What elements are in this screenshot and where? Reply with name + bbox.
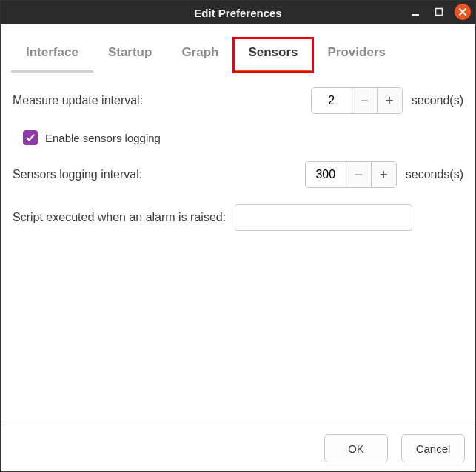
tab-providers[interactable]: Providers (313, 38, 400, 73)
measure-update-unit: second(s) (412, 94, 463, 107)
enable-logging-row: Enable sensors logging (13, 130, 463, 145)
ok-button[interactable]: OK (324, 434, 388, 462)
logging-interval-spin: − + (305, 161, 397, 188)
sensors-panel: Measure update interval: − + second(s) E… (1, 73, 475, 425)
tab-interface[interactable]: Interface (11, 38, 93, 73)
tab-bar: Interface Startup Graph Sensors Provider… (1, 24, 475, 73)
logging-interval-label: Sensors logging interval: (13, 168, 142, 181)
svg-rect-1 (436, 9, 443, 16)
enable-logging-checkbox[interactable] (23, 130, 38, 145)
enable-logging-label: Enable sensors logging (45, 132, 161, 144)
measure-update-row: Measure update interval: − + second(s) (13, 87, 463, 114)
alarm-script-label: Script executed when an alarm is raised: (13, 211, 226, 224)
dialog-footer: OK Cancel (1, 425, 475, 471)
preferences-window: Edit Preferences Interface Startup Graph… (0, 0, 476, 472)
logging-interval-row: Sensors logging interval: − + seconds(s) (13, 161, 463, 188)
tab-graph[interactable]: Graph (167, 38, 233, 73)
measure-update-label: Measure update interval: (13, 94, 143, 107)
logging-interval-unit: seconds(s) (406, 168, 463, 181)
measure-update-spin: − + (311, 87, 403, 114)
minimize-button[interactable] (407, 4, 423, 20)
window-title: Edit Preferences (194, 7, 281, 19)
client-area: Interface Startup Graph Sensors Provider… (1, 24, 475, 471)
titlebar: Edit Preferences (1, 1, 475, 24)
alarm-script-input[interactable] (235, 204, 412, 231)
tab-startup[interactable]: Startup (93, 38, 167, 73)
window-controls (407, 4, 471, 20)
logging-interval-increment[interactable]: + (371, 162, 396, 187)
alarm-script-row: Script executed when an alarm is raised: (13, 204, 463, 231)
measure-update-input[interactable] (312, 88, 352, 113)
measure-update-increment[interactable]: + (377, 88, 402, 113)
measure-update-decrement[interactable]: − (352, 88, 377, 113)
cancel-button[interactable]: Cancel (401, 434, 465, 462)
logging-interval-decrement[interactable]: − (346, 162, 371, 187)
svg-rect-0 (412, 14, 419, 16)
tab-sensors[interactable]: Sensors (233, 38, 312, 73)
maximize-button[interactable] (431, 4, 447, 20)
logging-interval-input[interactable] (306, 162, 346, 187)
close-button[interactable] (455, 4, 471, 20)
